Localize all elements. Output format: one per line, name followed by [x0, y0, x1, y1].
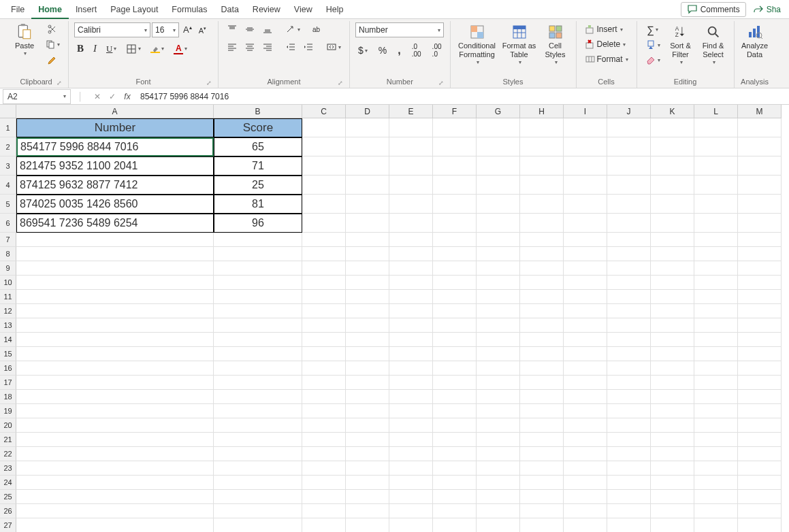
- underline-button[interactable]: U▾: [103, 42, 119, 56]
- align-top-button[interactable]: [224, 22, 240, 36]
- cell[interactable]: [302, 261, 346, 276]
- cell[interactable]: [694, 290, 738, 304]
- cell[interactable]: 874125 9632 8877 7412: [16, 176, 214, 195]
- cell[interactable]: [651, 404, 694, 418]
- row-header[interactable]: 8: [0, 247, 16, 261]
- cell[interactable]: [16, 404, 214, 418]
- cell[interactable]: [389, 390, 433, 404]
- cell[interactable]: [694, 118, 738, 137]
- cell[interactable]: [738, 318, 782, 333]
- column-header[interactable]: L: [694, 105, 738, 118]
- cell[interactable]: [16, 304, 214, 318]
- cell[interactable]: [433, 304, 477, 318]
- cell[interactable]: [302, 247, 346, 261]
- cell[interactable]: [607, 461, 651, 476]
- cell[interactable]: [651, 490, 694, 504]
- cell[interactable]: [346, 461, 389, 476]
- row-header[interactable]: 19: [0, 404, 16, 418]
- cell[interactable]: [433, 156, 477, 176]
- cell[interactable]: [214, 490, 302, 504]
- cell[interactable]: [738, 376, 782, 390]
- cell[interactable]: 65: [214, 137, 302, 156]
- cell[interactable]: [520, 333, 564, 347]
- enter-formula-button[interactable]: ✓: [105, 89, 120, 104]
- cell[interactable]: [477, 504, 520, 518]
- decrease-font-button[interactable]: A▾: [196, 24, 209, 36]
- cell[interactable]: [433, 118, 477, 137]
- row-header[interactable]: 5: [0, 195, 16, 214]
- cut-button[interactable]: [42, 22, 63, 36]
- tab-review[interactable]: Review: [246, 0, 287, 19]
- cell[interactable]: [520, 504, 564, 518]
- row-header[interactable]: 4: [0, 176, 16, 195]
- cell[interactable]: [564, 476, 607, 490]
- cell[interactable]: [477, 261, 520, 276]
- cell[interactable]: [389, 347, 433, 361]
- cell[interactable]: [738, 404, 782, 418]
- dialog-launcher-icon[interactable]: ⤢: [438, 80, 445, 86]
- cell[interactable]: [694, 418, 738, 433]
- cell[interactable]: [346, 318, 389, 333]
- cell[interactable]: [694, 247, 738, 261]
- cell[interactable]: [651, 118, 694, 137]
- dialog-launcher-icon[interactable]: ⤢: [337, 80, 344, 86]
- cell[interactable]: [302, 290, 346, 304]
- row-header[interactable]: 17: [0, 376, 16, 390]
- cell[interactable]: [433, 137, 477, 156]
- cell[interactable]: [564, 214, 607, 233]
- cell[interactable]: [564, 318, 607, 333]
- cell[interactable]: [346, 361, 389, 376]
- format-painter-button[interactable]: [42, 52, 63, 66]
- borders-button[interactable]: ▾: [123, 42, 144, 56]
- cell[interactable]: [433, 418, 477, 433]
- cell[interactable]: [346, 404, 389, 418]
- cell[interactable]: [520, 404, 564, 418]
- row-header[interactable]: 1: [0, 118, 16, 137]
- cell[interactable]: [214, 304, 302, 318]
- column-header[interactable]: H: [520, 105, 564, 118]
- cell[interactable]: [738, 247, 782, 261]
- cell[interactable]: [520, 361, 564, 376]
- dialog-launcher-icon[interactable]: ⤢: [56, 80, 63, 86]
- cell[interactable]: [214, 247, 302, 261]
- cell[interactable]: [389, 118, 433, 137]
- cell[interactable]: [16, 447, 214, 461]
- cell[interactable]: [738, 156, 782, 176]
- cell[interactable]: [564, 447, 607, 461]
- cell[interactable]: [214, 333, 302, 347]
- cell[interactable]: [346, 433, 389, 447]
- cell[interactable]: [302, 404, 346, 418]
- row-header[interactable]: 18: [0, 390, 16, 404]
- cell[interactable]: [214, 318, 302, 333]
- column-header[interactable]: C: [302, 105, 346, 118]
- cell[interactable]: [302, 304, 346, 318]
- cell[interactable]: [520, 461, 564, 476]
- cell[interactable]: [16, 247, 214, 261]
- cell[interactable]: [607, 490, 651, 504]
- cell[interactable]: [738, 433, 782, 447]
- cell[interactable]: [651, 214, 694, 233]
- cell[interactable]: [433, 333, 477, 347]
- format-cells-button[interactable]: Format▾: [582, 52, 631, 66]
- cell[interactable]: [651, 333, 694, 347]
- cell[interactable]: [302, 214, 346, 233]
- wrap-text-button[interactable]: ab: [310, 24, 323, 35]
- cell[interactable]: [607, 518, 651, 532]
- cell[interactable]: [738, 504, 782, 518]
- cell[interactable]: [389, 156, 433, 176]
- cell[interactable]: [346, 195, 389, 214]
- cell[interactable]: [346, 304, 389, 318]
- cell[interactable]: [389, 195, 433, 214]
- cell[interactable]: [738, 518, 782, 532]
- cell[interactable]: [564, 333, 607, 347]
- cell[interactable]: [346, 247, 389, 261]
- cell[interactable]: [738, 276, 782, 290]
- cell-styles-button[interactable]: Cell Styles▾: [541, 22, 570, 66]
- cell[interactable]: [520, 490, 564, 504]
- cell[interactable]: [477, 518, 520, 532]
- cell[interactable]: [389, 461, 433, 476]
- tab-data[interactable]: Data: [214, 0, 245, 19]
- cell[interactable]: [738, 118, 782, 137]
- share-button[interactable]: Sha: [749, 3, 785, 16]
- cell[interactable]: [302, 504, 346, 518]
